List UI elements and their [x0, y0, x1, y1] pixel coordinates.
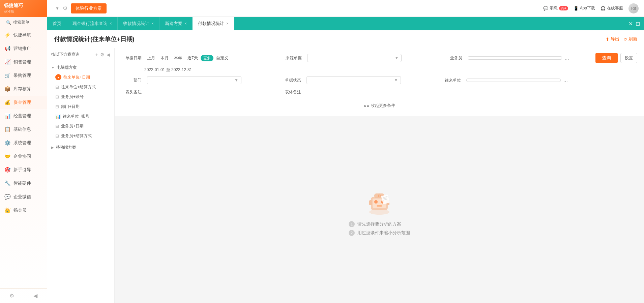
- scheme-item-staff-account[interactable]: ⊞ 业务员+账号: [47, 92, 114, 102]
- salesperson-dots[interactable]: ...: [565, 55, 569, 61]
- sidebar-item-hardware[interactable]: 🔧 智能硬件: [0, 177, 47, 190]
- tab-new-scheme-close[interactable]: ×: [184, 21, 187, 26]
- tab-home-label: 首页: [53, 21, 61, 27]
- sidebar-item-label: 畅会员: [13, 207, 27, 213]
- scheme-item-staff-settle[interactable]: ⊞ 业务员+结算方式: [47, 131, 114, 141]
- tab-maximize-icon[interactable]: ⊡: [636, 21, 640, 27]
- this-month-btn[interactable]: 本月: [158, 54, 171, 62]
- app-download-btn[interactable]: 📱 App下载: [574, 5, 595, 11]
- last-7days-btn[interactable]: 近7天: [185, 54, 201, 62]
- logo-sub: 标准版: [4, 9, 23, 14]
- tab-new-scheme[interactable]: 新建方案 ×: [159, 17, 193, 30]
- body-note-input[interactable]: [304, 88, 434, 96]
- query-btn[interactable]: 查询: [595, 53, 618, 63]
- service-icon: 🎧: [601, 6, 606, 11]
- pc-group-header[interactable]: ▼ 电脑端方案: [47, 63, 114, 72]
- sidebar: 畅捷通巧 标准版 🔍 搜索菜单 ⚡ 快捷导航 📢 营销推广 📈 销售管理 🛒 采…: [0, 0, 47, 303]
- partner-select[interactable]: [466, 79, 561, 82]
- tab-close-all-icon[interactable]: ✕: [628, 21, 633, 27]
- sidebar-item-label: 资金管理: [13, 99, 31, 105]
- this-year-btn[interactable]: 本年: [171, 54, 185, 62]
- mobile-group-header[interactable]: ▶ 移动端方案: [47, 143, 114, 152]
- tab-bank-flow[interactable]: 现金银行流水查询 ×: [67, 17, 118, 30]
- bill-status-select[interactable]: ▼: [306, 76, 401, 84]
- scheme-item-partner-account[interactable]: 📊 往来单位+账号: [47, 112, 114, 121]
- tab-receipt-stats[interactable]: 收款情况统计 ×: [118, 17, 159, 30]
- sidebar-item-guide[interactable]: 🎯 新手引导: [0, 163, 47, 177]
- sidebar-item-system[interactable]: ⚙️ 系统管理: [0, 136, 47, 150]
- dept-select[interactable]: ▼: [147, 76, 241, 84]
- svg-rect-5: [377, 205, 382, 207]
- source-bill-select[interactable]: ▼: [307, 54, 402, 62]
- user-avatar[interactable]: Rit: [628, 3, 639, 13]
- main-area: ▼ ⚙ 体验行业方案 💬 消息 99+ 📱 App下载 🎧 在线客服 Rit: [47, 0, 644, 303]
- last-month-btn[interactable]: 上月: [144, 54, 158, 62]
- filter-area: 单据日期 上月 本月 本年 近7天 更多 自定义 来源单据: [115, 48, 644, 116]
- search-menu-label: 搜索菜单: [13, 20, 29, 25]
- tab-bank-flow-close[interactable]: ×: [110, 21, 112, 26]
- scheme-panel-header-text: 按以下方案查询: [51, 52, 80, 57]
- notice-btn[interactable]: 💬 消息 99+: [543, 5, 568, 11]
- mobile-group-arrow: ▶: [51, 146, 54, 149]
- scheme-item-icon: 📊: [55, 114, 61, 119]
- sidebar-item-marketing[interactable]: 📢 营销推广: [0, 42, 47, 55]
- sidebar-settings-btn[interactable]: ⚙: [7, 291, 17, 300]
- scheme-add-btn[interactable]: +: [95, 52, 98, 57]
- sidebar-item-basic[interactable]: 📋 基础信息: [0, 123, 47, 136]
- scheme-item-staff-date[interactable]: ⊞ 业务员+日期: [47, 121, 114, 131]
- sidebar-item-finance[interactable]: 💰 资金管理: [0, 96, 47, 109]
- sidebar-item-quick-nav[interactable]: ⚡ 快捷导航: [0, 28, 47, 42]
- sidebar-item-member[interactable]: 👑 畅会员: [0, 204, 47, 217]
- finance-icon: 💰: [4, 99, 11, 106]
- tab-bank-flow-label: 现金银行流水查询: [72, 21, 108, 27]
- header-note-input[interactable]: [144, 88, 274, 96]
- quick-nav-icon: ⚡: [4, 32, 11, 38]
- scheme-item-label: 往来单位+账号: [63, 114, 89, 119]
- refresh-label: 刷新: [628, 36, 637, 42]
- refresh-btn[interactable]: ↺ 刷新: [623, 36, 637, 42]
- sidebar-item-purchase[interactable]: 🛒 采购管理: [0, 69, 47, 82]
- collapse-btn[interactable]: ∧∧ 收起更多条件: [121, 100, 637, 111]
- scheme-item-partner-date[interactable]: ● 往来单位+日期: [47, 72, 114, 82]
- scheme-item-label: 部门+日期: [61, 104, 80, 110]
- hardware-icon: 🔧: [4, 180, 11, 187]
- tab-payment-stats-close[interactable]: ×: [226, 21, 229, 26]
- scheme-item-icon: ⊞: [55, 85, 59, 90]
- sidebar-item-sales[interactable]: 📈 销售管理: [0, 55, 47, 69]
- topbar-settings-icon[interactable]: ⚙: [63, 5, 67, 11]
- wecom-icon: 💬: [4, 193, 11, 200]
- tab-payment-stats-label: 付款情况统计: [198, 21, 224, 27]
- export-icon: ⬆: [606, 37, 609, 42]
- scheme-item-label: 往来单位+日期: [63, 74, 90, 80]
- tab-home[interactable]: 首页: [47, 17, 67, 30]
- scheme-panel: 按以下方案查询 + ⚙ ◀ ▼ 电脑端方案 ● 往来单位+日期: [47, 48, 115, 303]
- sidebar-item-inventory[interactable]: 📦 库存核算: [0, 82, 47, 96]
- scheme-collapse-btn[interactable]: ◀: [107, 52, 110, 57]
- tab-receipt-stats-close[interactable]: ×: [151, 21, 154, 26]
- service-btn[interactable]: 🎧 在线客服: [601, 5, 623, 11]
- sidebar-item-operation[interactable]: 📊 经营管理: [0, 109, 47, 123]
- sidebar-item-wecom[interactable]: 💬 企业微信: [0, 190, 47, 204]
- search-menu[interactable]: 🔍 搜索菜单: [0, 17, 47, 28]
- partner-dots[interactable]: ...: [563, 77, 568, 83]
- export-btn[interactable]: ⬆ 导出: [606, 36, 619, 42]
- notice-icon: 💬: [543, 6, 548, 11]
- member-icon: 👑: [4, 207, 11, 214]
- notice-label: 消息: [550, 5, 558, 11]
- sidebar-collapse-btn[interactable]: ◀: [31, 291, 40, 300]
- user-dropdown-arrow[interactable]: ▼: [55, 6, 59, 11]
- salesperson-label: 业务员: [442, 55, 462, 61]
- salesperson-select[interactable]: [468, 56, 562, 60]
- scheme-item-label: 业务员+账号: [61, 94, 84, 100]
- sidebar-item-enterprise[interactable]: 🤝 企业协同: [0, 150, 47, 163]
- topbar-left: ▼ ⚙ 体验行业方案: [53, 3, 543, 13]
- filter-settings-btn[interactable]: 设置: [620, 53, 637, 63]
- trial-btn[interactable]: 体验行业方案: [71, 3, 107, 13]
- scheme-item-dept-date[interactable]: ⊞ 部门+日期: [47, 102, 114, 112]
- custom-date-btn[interactable]: 自定义: [213, 54, 231, 62]
- more-date-btn[interactable]: 更多: [201, 55, 213, 61]
- tab-payment-stats[interactable]: 付款情况统计 ×: [193, 17, 234, 30]
- scheme-settings-btn[interactable]: ⚙: [100, 52, 105, 57]
- scheme-header-actions: + ⚙ ◀: [95, 52, 110, 57]
- scheme-item-partner-settle[interactable]: ⊞ 往来单位+结算方式: [47, 82, 114, 92]
